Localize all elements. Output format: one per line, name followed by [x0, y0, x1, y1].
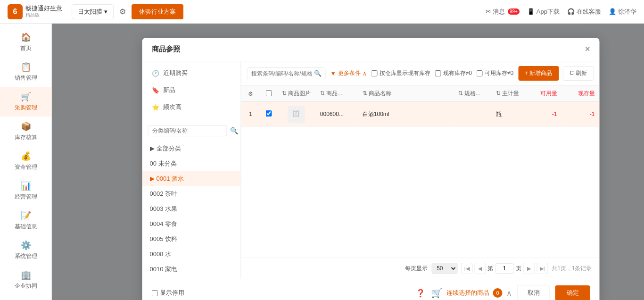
refresh-button[interactable]: C 刷新: [563, 66, 594, 81]
chevron-down-icon: ▾: [104, 8, 107, 15]
tree-arrow-0001: ▶: [150, 175, 155, 182]
tree-item-0001[interactable]: ▶ 0001 酒水: [142, 171, 241, 186]
product-table-wrap: ⚙ ⇅ 商品图片: [241, 86, 600, 258]
sidebar-item-purchase[interactable]: 🛒 采购管理: [0, 87, 51, 117]
per-page-select[interactable]: 50 100 200: [431, 263, 457, 274]
cart-section: 🛒 连续选择的商品 0 ∧: [431, 287, 512, 299]
page-input[interactable]: [495, 263, 514, 274]
tree-arrow-all: ▶: [150, 145, 155, 152]
cta-button[interactable]: 体验行业方案: [132, 4, 183, 19]
stock-nonzero-checkbox[interactable]: 现有库存≠0: [435, 69, 472, 77]
image-icon: 🖼: [292, 110, 300, 118]
row-name: 白酒100ml: [358, 102, 454, 127]
category-search-icon[interactable]: 🔍: [230, 127, 238, 134]
product-search-icon[interactable]: 🔍: [314, 70, 322, 77]
clock-icon: 🕐: [152, 70, 159, 77]
sidebar-item-inventory[interactable]: 📦 库存核算: [0, 117, 51, 146]
collapse-cart-icon[interactable]: ∧: [506, 289, 512, 298]
inventory-icon: 📦: [21, 121, 31, 132]
settings-col-icon[interactable]: ⚙: [248, 91, 253, 97]
row-spec: [454, 102, 491, 127]
tree-item-00[interactable]: 00 未分类: [142, 156, 241, 171]
warehouse-display-checkbox[interactable]: 按仓库显示现有库存: [372, 69, 430, 77]
frequent-products[interactable]: ⭐ 频次高: [148, 100, 235, 114]
modal-close-button[interactable]: ×: [585, 44, 590, 54]
logo-sub: 精品版: [25, 12, 62, 18]
logo-area: 6 畅捷通好生意 精品版: [8, 4, 62, 19]
cart-icon: 🛒: [431, 287, 443, 299]
settings-icon[interactable]: ⚙: [119, 7, 126, 16]
nav-company-dropdown[interactable]: 日太阳膜 ▾: [72, 4, 114, 19]
sidebar-item-system[interactable]: ⚙️ 系统管理: [0, 235, 51, 265]
nav-right: ✉ 消息 99+ 📱 App下载 🎧 在线客服 👤 徐泽华: [486, 8, 636, 16]
tree-item-0005[interactable]: 0005 饮料: [142, 232, 241, 247]
sidebar-item-finance[interactable]: 💰 资金管理: [0, 146, 51, 176]
modal-body: 🕐 近期购买 🔖 新品 ⭐ 频次高: [142, 61, 600, 279]
chevron-up-icon: ∧: [363, 70, 367, 77]
th-name: ⇅ 商品名称: [358, 86, 454, 102]
prev-page-button[interactable]: ◀: [474, 263, 486, 274]
page-word: 第: [487, 265, 493, 273]
row-avail: -1: [524, 102, 562, 127]
per-page-label: 每页显示: [405, 265, 428, 273]
avail-nonzero-checkbox[interactable]: 可用库存≠0: [477, 69, 513, 77]
more-conditions-button[interactable]: ▼ 更多条件 ∧: [330, 69, 367, 77]
new-icon: 🔖: [152, 87, 159, 94]
add-product-button[interactable]: + 新增商品: [518, 66, 559, 81]
message-badge: 99+: [508, 8, 520, 15]
management-icon: 📊: [21, 181, 31, 191]
quick-access: 🕐 近期购买 🔖 新品 ⭐ 频次高: [142, 66, 241, 118]
th-stock: 现存量: [562, 86, 600, 102]
tree-item-0004[interactable]: 0004 零食: [142, 217, 241, 232]
row-checkbox[interactable]: [265, 110, 272, 117]
row-num: 1: [241, 102, 260, 127]
row-checkbox-cell: [260, 102, 277, 127]
sidebar-item-basic[interactable]: 📝 基础信息: [0, 206, 51, 235]
confirm-button[interactable]: 确定: [555, 285, 590, 300]
help-icon[interactable]: ❓: [416, 289, 425, 298]
tree-item-0002[interactable]: 0002 茶叶: [142, 186, 241, 201]
last-page-button[interactable]: ▶|: [537, 263, 548, 274]
th-avail: 可用量: [524, 86, 562, 102]
pagination: 每页显示 50 100 200 |◀ ◀ 第 页 ▶: [241, 258, 600, 279]
recent-purchases[interactable]: 🕐 近期购买: [148, 66, 235, 80]
first-page-button[interactable]: |◀: [461, 263, 472, 274]
tree-item-all[interactable]: ▶ 全部分类: [142, 141, 241, 156]
search-input-wrap: 🔍: [247, 67, 326, 79]
user-avatar[interactable]: 👤 徐泽华: [609, 8, 636, 16]
category-search-input[interactable]: [148, 125, 227, 136]
table-header-row: ⚙ ⇅ 商品图片: [241, 86, 600, 102]
th-checkbox: [260, 86, 277, 102]
logo-icon: 6: [8, 4, 23, 19]
message-button[interactable]: ✉ 消息 99+: [486, 8, 520, 16]
cancel-button[interactable]: 取消: [518, 285, 550, 300]
th-img: ⇅ 商品图片: [277, 86, 315, 102]
footer-right: ❓ 🛒 连续选择的商品 0 ∧ 取消 确定: [416, 285, 590, 300]
product-image-placeholder: 🖼: [288, 106, 305, 123]
next-page-button[interactable]: ▶: [523, 263, 535, 274]
sidebar-item-enterprise[interactable]: 🏢 企业协同: [0, 265, 51, 295]
sidebar-item-management[interactable]: 📊 经营管理: [0, 176, 51, 206]
cart-label: 连续选择的商品: [446, 289, 489, 297]
topnav: 6 畅捷通好生意 精品版 日太阳膜 ▾ ⚙ 体验行业方案 ✉ 消息 99+ 📱 …: [0, 0, 644, 24]
sidebar-item-home[interactable]: 🏠 首页: [0, 27, 51, 57]
new-products[interactable]: 🔖 新品: [148, 83, 235, 97]
sidebar-item-sales[interactable]: 📋 销售管理: [0, 57, 51, 87]
th-spec: ⇅ 规格...: [454, 86, 491, 102]
phone-icon: 📱: [527, 8, 535, 15]
product-search-input[interactable]: [251, 70, 312, 77]
tree-item-0008[interactable]: 0008 水: [142, 247, 241, 262]
show-disabled-checkbox[interactable]: 显示停用: [152, 289, 184, 297]
filter-icon: ▼: [330, 70, 336, 77]
table-row[interactable]: 1 🖼 000600...: [241, 102, 600, 127]
tree-item-0010[interactable]: 0010 家电: [142, 262, 241, 274]
page-unit: 页: [516, 265, 521, 273]
tree-item-0003[interactable]: 0003 水果: [142, 201, 241, 217]
sidebar-item-guide[interactable]: 🎯 新手引导: [0, 295, 51, 300]
select-all-checkbox[interactable]: [265, 90, 272, 96]
app-download-button[interactable]: 📱 App下载: [527, 8, 560, 16]
product-panel: 🔍 ▼ 更多条件 ∧ 按仓库显示现有库存: [241, 61, 600, 279]
sort-icon-spec: ⇅: [458, 90, 463, 97]
customer-service-button[interactable]: 🎧 在线客服: [567, 8, 601, 16]
modal-footer: 显示停用 ❓ 🛒 连续选择的商品 0 ∧ 取消 确定: [142, 279, 600, 300]
